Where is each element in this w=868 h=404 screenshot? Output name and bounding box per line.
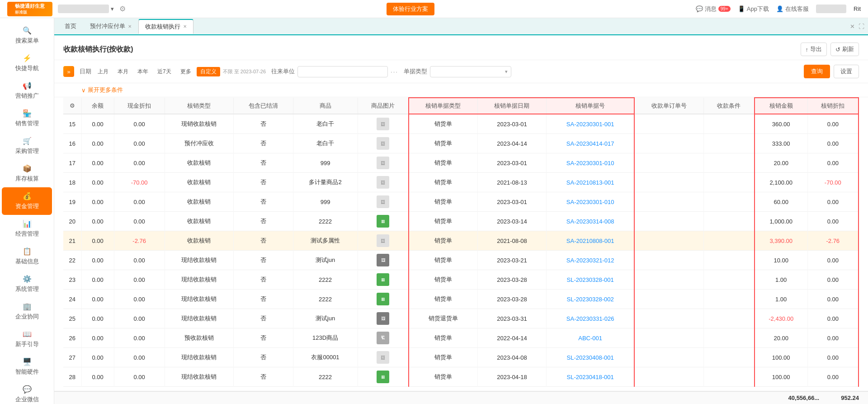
sidebar-item-purchase[interactable]: 🛒 采购管理	[2, 132, 52, 160]
td-row-num: 21	[63, 231, 81, 251]
td-receipt-bill-date: 2023-03-14	[478, 212, 547, 231]
td-goods-image: 🖼	[358, 114, 409, 134]
sidebar-item-search[interactable]: 🔍 搜索菜单	[2, 22, 52, 49]
tab-close-icon[interactable]: ✕	[850, 23, 855, 30]
date-custom[interactable]: 自定义	[197, 67, 220, 76]
sidebar-item-sales[interactable]: 🏪 销售管理	[2, 105, 52, 132]
tab-prepay-close[interactable]: ✕	[128, 24, 132, 29]
receipt-bill-no-link[interactable]: SA-20210813-001	[566, 179, 614, 186]
quick-nav-icon: ⚡	[23, 54, 32, 62]
td-receipt-order-no	[634, 309, 703, 328]
table-row: 190.000.00收款核销否999🖼销货单2023-03-01SA-20230…	[63, 192, 859, 212]
td-balance: 0.00	[81, 153, 114, 173]
table-row: 160.000.00预付冲应收否老白干🖼销货单2023-04-14SA-2023…	[63, 134, 859, 153]
td-include-settled: 否	[233, 270, 293, 290]
user-area[interactable]: u	[816, 5, 846, 13]
sales-icon: 🏪	[23, 109, 32, 118]
sidebar-item-wechat[interactable]: 💬 企业微信	[2, 380, 52, 404]
receipt-bill-no-link[interactable]: SA-20230321-012	[566, 257, 614, 264]
export-label: 导出	[810, 45, 822, 53]
td-writeoff-discount: 0.00	[807, 309, 859, 328]
receipt-bill-no-link[interactable]: ABC-001	[578, 335, 602, 342]
tab-maximize-icon[interactable]: ⛶	[859, 23, 864, 30]
th-settings[interactable]: ⚙	[63, 98, 81, 114]
date-this-year[interactable]: 本年	[134, 67, 152, 76]
user-name: Rit	[854, 5, 861, 12]
footer-amount-value: 40,556,66...	[788, 394, 820, 401]
td-writeoff-amount: -2,430.00	[755, 309, 807, 328]
receipt-bill-no-link[interactable]: SA-20230414-017	[566, 140, 614, 147]
industry-btn[interactable]: 体验行业方案	[387, 3, 434, 15]
receipt-type-filter-group: 单据类型	[404, 66, 511, 77]
td-writeoff-type: 现结收款核销	[165, 270, 233, 290]
date-last-7-days[interactable]: 近7天	[154, 67, 175, 76]
notification-area[interactable]: 💬 消息 99+	[696, 5, 731, 13]
sidebar-label-inventory: 库存核算	[15, 175, 39, 183]
sidebar-item-quick-nav[interactable]: ⚡ 快捷导航	[2, 49, 52, 77]
app-download-area[interactable]: 📱 App下载	[738, 5, 769, 13]
tab-home-label: 首页	[65, 22, 76, 30]
online-service-label: 在线客服	[785, 5, 809, 13]
filter-settings-btn[interactable]: 设置	[834, 65, 859, 78]
sidebar-label-enterprise: 企业协同	[15, 313, 39, 321]
tab-prepay[interactable]: 预付冲应付单 ✕	[83, 19, 138, 33]
filter-collapse-btn[interactable]: »	[63, 66, 74, 77]
table-row: 150.000.00现销收款核销否老白干🖼销货单2023-03-01SA-202…	[63, 114, 859, 134]
export-icon: ↑	[806, 46, 809, 53]
workspace-dropdown[interactable]: name ▾	[58, 5, 114, 13]
sidebar-item-inventory[interactable]: 📦 库存核算	[2, 160, 52, 187]
query-btn[interactable]: 查询	[804, 65, 830, 78]
table-wrapper[interactable]: ⚙ 余额 现金折扣 核销类型 包含已结清 商品 商品图片 核销单据类型 核销单据…	[54, 97, 868, 391]
sidebar-item-guide[interactable]: 📖 新手引导	[2, 325, 52, 353]
td-cash-discount: 0.00	[114, 192, 165, 212]
td-receipt-condition	[703, 367, 755, 387]
sidebar-item-operations[interactable]: 📊 经营管理	[2, 215, 52, 242]
sidebar-item-marketing[interactable]: 📢 营销推广	[2, 77, 52, 105]
date-last-month[interactable]: 上月	[94, 67, 112, 76]
refresh-btn[interactable]: ↺ 刷新	[830, 43, 859, 56]
page-title: 收款核销执行(按收款)	[63, 45, 133, 54]
receipt-bill-no-link[interactable]: SA-20230331-026	[566, 315, 614, 322]
sidebar-item-system[interactable]: ⚙️ 系统管理	[2, 270, 52, 298]
date-range-display: 不限 至 2023-07-26	[223, 68, 266, 75]
export-btn[interactable]: ↑ 导出	[801, 43, 827, 56]
td-balance: 0.00	[81, 192, 114, 212]
table-settings-icon[interactable]: ⚙	[70, 102, 75, 109]
td-receipt-order-no	[634, 367, 703, 387]
sidebar-item-finance[interactable]: 💰 资金管理	[2, 187, 52, 215]
goods-image-thumb: 🖼	[377, 312, 389, 325]
td-goods: 多计量商品2	[293, 173, 358, 192]
td-include-settled: 否	[233, 309, 293, 328]
sidebar-item-enterprise[interactable]: 🏢 企业协同	[2, 298, 52, 325]
counterpart-input[interactable]	[297, 66, 388, 77]
receipt-bill-no-link[interactable]: SA-20230301-010	[566, 199, 614, 205]
expand-more-btn[interactable]: ∨ 展开更多条件	[81, 85, 859, 95]
receipt-bill-no-link[interactable]: SL-20230418-001	[567, 374, 614, 380]
receipt-bill-no-link[interactable]: SA-20230314-008	[566, 218, 614, 225]
tab-home[interactable]: 首页	[58, 19, 83, 33]
receipt-type-select[interactable]	[430, 66, 511, 77]
sidebar-item-hardware[interactable]: 🖥️ 智能硬件	[2, 353, 52, 380]
date-more[interactable]: 更多	[177, 67, 195, 76]
online-service-area[interactable]: 👤 在线客服	[776, 5, 809, 13]
tab-writeoff-close[interactable]: ✕	[183, 24, 187, 29]
receipt-bill-no-link[interactable]: SA-20230301-001	[566, 121, 614, 128]
receipt-bill-no-link[interactable]: SL-20230328-002	[567, 296, 614, 303]
sidebar-item-basic-info[interactable]: 📋 基础信息	[2, 242, 52, 270]
td-receipt-order-no	[634, 114, 703, 134]
receipt-bill-no-link[interactable]: SL-20230328-001	[567, 276, 614, 283]
content-area: 首页 预付冲应付单 ✕ 收款核销执行 ✕ ✕ ⛶ 收款核销执行(按收款)	[54, 18, 868, 404]
td-receipt-order-no	[634, 153, 703, 173]
date-this-month[interactable]: 本月	[114, 67, 132, 76]
tab-writeoff[interactable]: 收款核销执行 ✕	[138, 19, 193, 34]
settings-icon[interactable]: ⚙	[119, 5, 126, 13]
td-receipt-bill-no: SA-20230321-012	[546, 251, 634, 270]
receipt-bill-no-link[interactable]: SA-20210808-001	[566, 238, 614, 244]
receipt-bill-no-link[interactable]: SL-20230408-001	[567, 354, 614, 361]
purchase-icon: 🛒	[23, 137, 32, 145]
td-goods-image: 🖼	[358, 192, 409, 212]
td-receipt-order-no	[634, 290, 703, 309]
td-goods: 123D商品	[293, 328, 358, 348]
receipt-bill-no-link[interactable]: SA-20230301-010	[566, 160, 614, 166]
td-include-settled: 否	[233, 367, 293, 387]
